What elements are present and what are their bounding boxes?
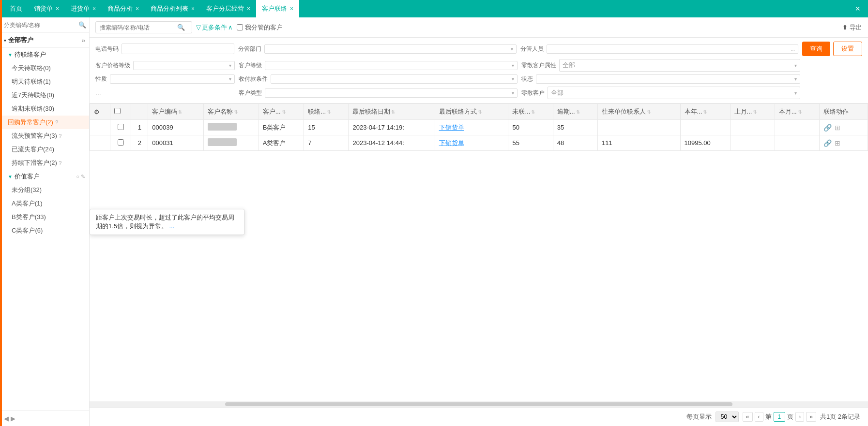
nav-customer-contact[interactable]: 客户联络 × [256, 0, 299, 17]
sidebar-contact-group[interactable]: ▼ 待联络客户 [0, 48, 89, 61]
row2-grid-icon[interactable]: ⊞ [835, 139, 840, 147]
manager-select[interactable]: ... [547, 44, 798, 54]
search-input[interactable] [100, 24, 177, 31]
status-select[interactable]: ▾ [536, 74, 800, 84]
customer-level-select[interactable]: ▾ [265, 61, 518, 70]
sidebar-declining[interactable]: 持续下滑客户(2) ? [0, 156, 89, 170]
sort-contacts-icon[interactable]: ⇅ [647, 109, 651, 115]
col-category[interactable]: 客户... ⇅ [259, 104, 304, 120]
retail-attr-select[interactable]: 全部 ▾ [559, 59, 800, 72]
row2-checkbox-input[interactable] [118, 139, 124, 146]
sort-year-icon[interactable]: ⇅ [703, 109, 707, 115]
sidebar-ungrouped[interactable]: 未分组(32) [0, 183, 89, 197]
scrollbar-thumb[interactable] [225, 402, 732, 406]
nav-home[interactable]: 首页 [4, 0, 28, 17]
sidebar-already-lost[interactable]: 已流失客户(24) [0, 143, 89, 156]
sort-name-icon[interactable]: ⇅ [234, 109, 238, 115]
sidebar-left-arrow[interactable]: ◀ [4, 415, 9, 422]
sort-category-icon[interactable]: ⇅ [282, 109, 286, 115]
sidebar-class-c[interactable]: C类客户(6) [0, 224, 89, 237]
nav-product-analysis-close[interactable]: × [136, 0, 139, 17]
sidebar-search-input[interactable] [4, 22, 76, 29]
sort-date-icon[interactable]: ⇅ [391, 109, 395, 115]
nav-customer-segment[interactable]: 客户分层经营 × [200, 0, 256, 17]
nature-select[interactable]: ▾ [110, 74, 235, 84]
row1-checkbox-input[interactable] [118, 124, 124, 130]
col-last-contact-method[interactable]: 最后联络方式 ⇅ [435, 104, 508, 120]
sidebar-overdue-contact[interactable]: 逾期未联络(30) [0, 102, 89, 116]
col-code[interactable]: 客户编码 ⇅ [148, 104, 203, 120]
settings-icon[interactable]: ⚙ [94, 108, 100, 116]
nav-purchase-order-close[interactable]: × [92, 0, 96, 17]
my-customer-checkbox[interactable] [237, 24, 243, 30]
col-this-year[interactable]: 本年... ⇅ [680, 104, 730, 120]
col-contact[interactable]: 联络... ⇅ [304, 104, 349, 120]
row2-last-contact-method[interactable]: 下销货单 [435, 135, 508, 151]
nav-product-analysis[interactable]: 商品分析 × [102, 0, 145, 17]
row1-last-contact-method[interactable]: 下销货单 [435, 120, 508, 135]
sidebar-search-icon[interactable]: 🔍 [78, 21, 86, 29]
window-close-button[interactable]: × [851, 4, 864, 14]
sidebar-class-a[interactable]: A类客户(1) [0, 197, 89, 210]
per-page-select[interactable]: 50 [716, 411, 739, 422]
sort-overdue-icon[interactable]: ⇅ [576, 109, 580, 115]
row2-link-icon[interactable]: 🔗 [823, 139, 832, 147]
query-button[interactable]: 查询 [802, 42, 830, 56]
department-select[interactable]: ▾ [264, 44, 516, 54]
retail-customer-select[interactable]: 全部 ▾ [548, 87, 800, 99]
first-page-button[interactable]: « [743, 412, 753, 422]
sidebar-7day-contact[interactable]: 近7天待联络(0) [0, 88, 89, 102]
more-conditions-btn[interactable]: ▽ 更多条件 ∧ [196, 23, 233, 32]
sort-code-icon[interactable]: ⇅ [178, 109, 182, 115]
sidebar-tomorrow-contact[interactable]: 明天待联络(1) [0, 75, 89, 88]
tooltip-more-link[interactable]: ... [169, 222, 174, 230]
nav-product-analysis-list-close[interactable]: × [191, 0, 195, 17]
sort-uncontacted-icon[interactable]: ⇅ [531, 109, 535, 115]
col-settings[interactable]: ⚙ [90, 104, 110, 120]
col-uncontacted[interactable]: 未联... ⇅ [508, 104, 553, 120]
nav-sales-order[interactable]: 销货单 × [28, 0, 65, 17]
row1-checkbox[interactable] [110, 120, 131, 135]
search-box[interactable]: 🔍 [95, 21, 192, 33]
last-page-button[interactable]: » [806, 412, 816, 422]
nav-purchase-order[interactable]: 进货单 × [65, 0, 102, 17]
phone-input[interactable] [122, 44, 234, 54]
my-customer-checkbox-container[interactable]: 我分管的客户 [237, 23, 283, 32]
row1-link-icon[interactable]: 🔗 [823, 124, 832, 132]
row2-checkbox[interactable] [110, 135, 131, 151]
sort-method-icon[interactable]: ⇅ [478, 109, 482, 115]
sort-last-month-icon[interactable]: ⇅ [753, 109, 757, 115]
payment-select[interactable]: ▾ [271, 74, 518, 84]
sidebar-class-b[interactable]: B类客户(33) [0, 210, 89, 224]
more-dots[interactable]: ... [95, 89, 101, 97]
nav-customer-contact-close[interactable]: × [290, 0, 293, 17]
sidebar-abnormal-repurchase[interactable]: 回购异常客户(2) ? [0, 116, 89, 129]
sidebar-lost-warning[interactable]: 流失预警客户(3) ? [0, 129, 89, 143]
col-contacts-person[interactable]: 往来单位联系人 ⇅ [598, 104, 681, 120]
horizontal-scrollbar[interactable] [90, 401, 868, 407]
col-last-month[interactable]: 上月... ⇅ [730, 104, 775, 120]
col-this-month[interactable]: 本月... ⇅ [775, 104, 819, 120]
sidebar-right-arrow[interactable]: ▶ [11, 415, 15, 422]
price-level-select[interactable]: ▾ [133, 61, 235, 70]
select-all-checkbox[interactable] [114, 108, 121, 114]
row1-grid-icon[interactable]: ⊞ [835, 124, 840, 132]
customer-type-select[interactable]: ▾ [265, 88, 518, 98]
nav-product-analysis-list[interactable]: 商品分析列表 × [145, 0, 200, 17]
sidebar-today-contact[interactable]: 今天待联络(0) [0, 61, 89, 75]
col-overdue[interactable]: 逾期... ⇅ [553, 104, 597, 120]
sort-contact-icon[interactable]: ⇅ [327, 109, 331, 115]
nav-customer-segment-close[interactable]: × [247, 0, 250, 17]
col-name[interactable]: 客户名称 ⇅ [203, 104, 259, 120]
col-checkbox[interactable] [110, 104, 131, 120]
setting-button[interactable]: 设置 [833, 42, 862, 56]
col-last-contact-date[interactable]: 最后联络日期 ⇅ [349, 104, 435, 120]
nav-sales-order-close[interactable]: × [56, 0, 59, 17]
search-icon[interactable]: 🔍 [177, 24, 185, 31]
sort-this-month-icon[interactable]: ⇅ [798, 109, 802, 115]
sidebar-value-customer-group[interactable]: ▼ 价值客户 ○ ✎ [0, 170, 89, 183]
export-button[interactable]: ⬆ 导出 [842, 23, 862, 32]
sidebar-all-customers[interactable]: ▪ 全部客户 » [0, 33, 89, 48]
prev-page-button[interactable]: ‹ [755, 412, 763, 422]
next-page-button[interactable]: › [795, 412, 804, 422]
